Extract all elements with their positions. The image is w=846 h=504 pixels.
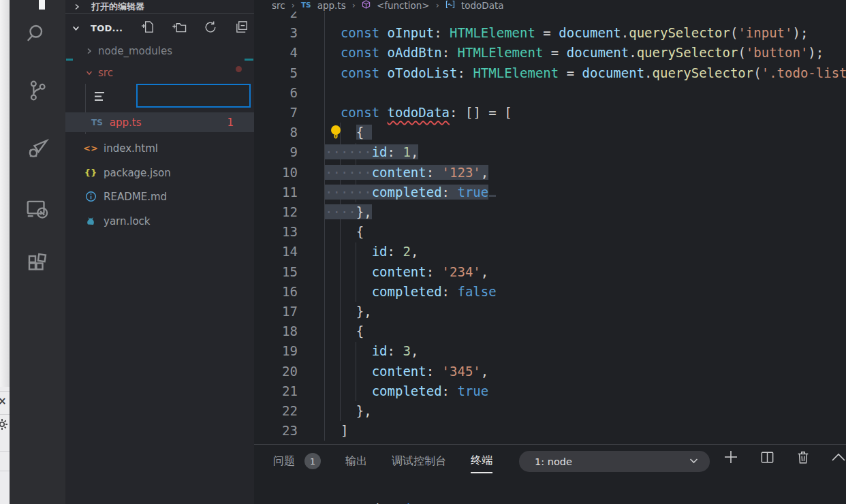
code-line[interactable]: 7 const todoData: [] = [ [254, 103, 846, 123]
terminal-url[interactable]: http://26.26.26.1:3000/ [407, 501, 586, 504]
code-line[interactable]: 13 { [254, 222, 846, 242]
chevron-down-icon [689, 458, 698, 464]
line-number: 5 [254, 63, 298, 83]
sidebar-item-app-ts[interactable]: TS app.ts 1 [65, 112, 254, 132]
line-number: 10 [254, 163, 298, 183]
code-line[interactable]: 14 id: 2, [254, 242, 846, 262]
tab-label: 输出 [345, 454, 367, 469]
breadcrumb-variable[interactable]: todoData [461, 0, 504, 11]
panel-actions [723, 449, 846, 465]
new-file-row [65, 84, 254, 111]
line-number: 17 [254, 302, 298, 321]
tab-label: 终端 [471, 454, 492, 468]
new-terminal-icon[interactable] [723, 449, 739, 465]
code-line[interactable]: 9······id: 1, [254, 142, 846, 163]
refresh-icon[interactable] [204, 20, 217, 34]
modified-dot-badge [236, 66, 242, 72]
line-number: 11 [254, 183, 298, 202]
panel-tab-output[interactable]: 输出 [345, 450, 367, 473]
line-number: 7 [254, 103, 298, 123]
maximize-panel-icon[interactable] [831, 452, 846, 462]
code-line[interactable]: 6 [254, 83, 846, 104]
breadcrumb-function[interactable]: <function> [377, 0, 430, 11]
chevron-right-icon: › [436, 0, 439, 10]
breadcrumb-src[interactable]: src [272, 0, 285, 11]
code-line[interactable]: 17 }, [254, 302, 846, 322]
terminal-prompt-text: > Network: [313, 501, 391, 504]
panel-tab-debug-console[interactable]: 调试控制台 [392, 450, 446, 473]
collapse-all-icon[interactable] [234, 20, 249, 34]
sidebar-item-yarn-lock[interactable]: yarn.lock [65, 211, 254, 231]
code-area[interactable]: 23 const oInput: HTMLElement = document.… [254, 0, 846, 444]
json-file-icon: {} [83, 168, 98, 178]
panel-tab-terminal[interactable]: 终端 [471, 449, 492, 473]
chevron-right-icon [74, 3, 80, 10]
explorer-sidebar: 打开的编辑器 TOD... node_modules src [65, 0, 254, 504]
line-number: 19 [254, 341, 298, 361]
sidebar-item-src[interactable]: src [65, 63, 254, 82]
code-line[interactable]: 21 completed: true [254, 381, 846, 402]
sidebar-item-package-json[interactable]: {} package.json [65, 163, 254, 183]
terminal-select-dropdown[interactable]: 1: node [519, 451, 710, 472]
info-file-icon [83, 191, 98, 202]
code-line[interactable]: 19 id: 3, [254, 341, 846, 362]
line-number: 23 [254, 421, 298, 441]
lightbulb-icon[interactable] [330, 125, 342, 140]
code-line[interactable]: 5 const oTodoList: HTMLElement = documen… [254, 63, 846, 84]
vscode-window: × 打开的编辑器 TOD... [0, 0, 846, 504]
symbol-function-icon [362, 0, 371, 9]
cursor-white-artifact [39, 0, 45, 10]
terminal-output-line[interactable]: > Network: http://26.26.26.1:3000/ [266, 479, 586, 504]
split-terminal-icon[interactable] [759, 450, 775, 465]
code-line[interactable]: 15 content: '234', [254, 262, 846, 283]
code-line[interactable]: 16 completed: false [254, 282, 846, 302]
remote-explorer-button[interactable] [10, 190, 65, 228]
chevron-right-icon: › [292, 0, 295, 10]
code-line[interactable]: 20 content: '345', [254, 362, 846, 382]
background-window-strip: × [0, 0, 10, 504]
trash-icon[interactable] [796, 450, 811, 465]
line-number: 20 [254, 362, 298, 381]
code-line[interactable]: 8 { [254, 123, 846, 143]
code-line[interactable]: 12····}, [254, 202, 846, 223]
workspace-section-header[interactable]: TOD... [65, 18, 254, 38]
line-number: 12 [254, 202, 298, 222]
sidebar-item-node-modules[interactable]: node_modules [65, 41, 254, 61]
code-line[interactable]: 3 const oInput: HTMLElement = document.q… [254, 23, 846, 44]
open-editors-header[interactable]: 打开的编辑器 [65, 0, 254, 14]
code-line[interactable]: 10······content: '123', [254, 163, 846, 183]
search-icon [25, 22, 50, 46]
new-folder-icon[interactable] [172, 20, 187, 34]
chevron-right-icon [86, 48, 93, 54]
search-button[interactable] [10, 15, 65, 53]
editor-group: src › TS app.ts › <function> › todoData … [254, 0, 846, 444]
source-control-button[interactable] [10, 72, 65, 110]
gear-icon[interactable] [0, 418, 8, 430]
run-debug-button[interactable] [10, 129, 65, 167]
code-line[interactable]: 11······completed: true [254, 183, 846, 203]
yarn-file-icon [83, 215, 98, 227]
line-number: 15 [254, 262, 298, 282]
run-and-debug-icon [25, 136, 50, 160]
code-line[interactable]: 22 }, [254, 401, 846, 422]
html-file-icon: <> [83, 143, 98, 153]
file-label: app.ts [110, 116, 142, 129]
breadcrumb-file[interactable]: app.ts [317, 0, 346, 11]
line-number: 16 [254, 282, 298, 302]
workspace-title: TOD... [91, 23, 123, 33]
panel-tab-problems[interactable]: 问题 1 [273, 450, 321, 473]
extensions-button[interactable] [10, 245, 65, 283]
new-file-icon[interactable] [140, 20, 155, 34]
code-line[interactable]: 23 ] [254, 421, 846, 441]
sidebar-item-readme[interactable]: README.md [65, 187, 254, 206]
line-number: 3 [254, 23, 298, 43]
sidebar-item-index-html[interactable]: <> index.html [65, 138, 254, 158]
problems-count-badge: 1 [304, 453, 321, 469]
breadcrumb[interactable]: src › TS app.ts › <function> › todoData [254, 0, 846, 12]
error-count-badge: 1 [227, 116, 234, 129]
code-line[interactable]: 4 const oAddBtn: HTMLElement = document.… [254, 43, 846, 63]
new-file-name-input[interactable] [136, 84, 251, 108]
close-icon[interactable]: × [0, 395, 7, 407]
source-control-icon [26, 79, 49, 102]
code-line[interactable]: 18 { [254, 321, 846, 342]
